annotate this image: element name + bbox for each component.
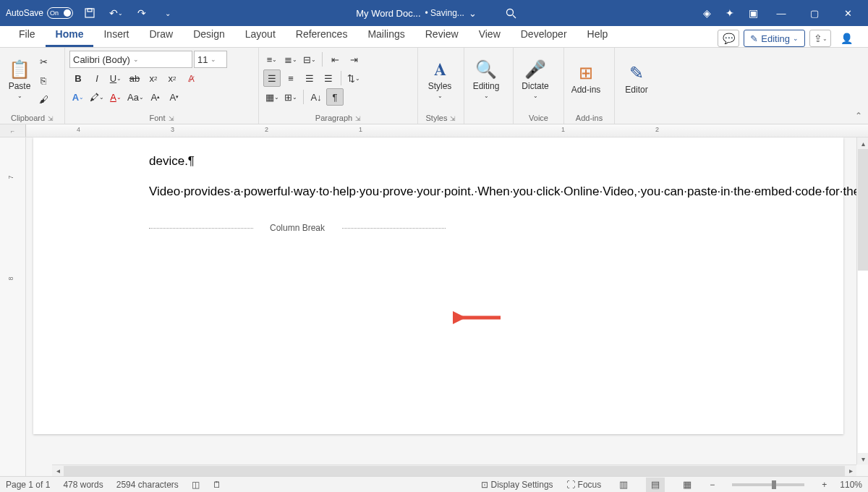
mode-editing-button[interactable]: ✎Editing⌄ [744,30,805,47]
scroll-left-icon[interactable]: ◂ [52,465,64,477]
show-paragraph-marks-icon[interactable]: ¶ [326,88,344,106]
align-left-icon[interactable]: ☰ [263,69,281,87]
close-button[interactable]: ✕ [833,0,862,26]
scroll-right-icon[interactable]: ▸ [845,465,856,477]
spellcheck-icon[interactable]: ◫ [192,480,200,490]
justify-icon[interactable]: ☰ [320,69,337,87]
copy-icon[interactable]: ⎘ [35,72,52,89]
tab-help[interactable]: Help [577,24,618,47]
tab-references[interactable]: References [286,24,358,47]
font-color-icon[interactable]: A⌄ [107,88,124,106]
zoom-level[interactable]: 110% [840,480,862,490]
addins-button[interactable]: ⊞Add-ins [569,50,603,108]
paste-button[interactable]: 📋Paste⌄ [4,50,35,108]
document-area[interactable]: device.¶ Video·provides·a·powerful·way·t… [26,137,868,476]
redo-icon[interactable]: ↷ [132,4,151,22]
focus-button[interactable]: ⛶ Focus [566,480,602,490]
borders-icon[interactable]: ⊞⌄ [282,88,299,106]
document-paragraph[interactable]: Video·provides·a·powerful·way·to·help·yo… [149,182,446,201]
sort-icon[interactable]: A↓ [307,88,325,106]
tab-home[interactable]: Home [46,24,94,47]
subscript-button[interactable]: x2 [145,69,162,87]
tab-review[interactable]: Review [415,24,469,47]
tab-layout[interactable]: Layout [235,24,286,47]
tab-developer[interactable]: Developer [511,24,577,47]
styles-button[interactable]: 𝐀Styles⌄ [422,50,457,108]
scroll-up-icon[interactable]: ▴ [857,137,868,149]
cut-icon[interactable]: ✂ [35,53,52,70]
accessibility-icon[interactable]: 🗒 [213,480,221,490]
coming-soon-icon[interactable]: ✦ [720,4,739,22]
char-count-status[interactable]: 2594 characters [116,480,179,490]
multilevel-list-icon[interactable]: ⊟⌄ [301,51,318,68]
web-layout-icon[interactable]: ▦ [678,478,697,492]
horizontal-scrollbar[interactable]: ◂ ▸ [52,465,856,476]
format-painter-icon[interactable]: 🖌 [35,90,52,108]
display-settings-button[interactable]: ⊡ Display Settings [481,480,553,490]
print-layout-icon[interactable]: ▤ [646,478,665,492]
tab-view[interactable]: View [469,24,511,47]
share-button[interactable]: ⇪⌄ [809,30,831,47]
title-dropdown-icon[interactable]: ⌄ [469,8,477,19]
font-size-combo[interactable]: 11⌄ [194,51,227,68]
underline-button[interactable]: U⌄ [107,69,124,87]
horizontal-ruler[interactable]: ⌐ 4 3 2 1 1 2 [0,124,868,137]
bold-button[interactable]: B [69,69,87,87]
save-icon[interactable] [80,4,99,22]
vertical-scrollbar[interactable]: ▴ ▾ [856,137,868,465]
grow-font-icon[interactable]: A▴ [147,88,164,106]
vertical-ruler[interactable]: 7 8 [0,137,26,476]
column-break-indicator: Column Break [149,223,446,233]
read-mode-icon[interactable]: ▥ [614,478,633,492]
document-paragraph[interactable]: device.¶ [149,152,446,171]
zoom-in-button[interactable]: + [822,480,827,490]
text-effects-icon[interactable]: A⌄ [69,88,87,106]
zoom-out-button[interactable]: − [710,480,715,490]
page-number-status[interactable]: Page 1 of 1 [6,480,50,490]
mode-editing-label: Editing [761,33,790,44]
decrease-indent-icon[interactable]: ⇤ [326,51,344,68]
shrink-font-icon[interactable]: A▾ [166,88,183,106]
document-page[interactable]: device.¶ Video·provides·a·powerful·way·t… [33,137,843,434]
bullets-icon[interactable]: ≡⌄ [263,51,281,68]
minimize-button[interactable]: — [767,0,796,26]
shading-icon[interactable]: ▦⌄ [263,88,281,106]
clipboard-dialog-icon[interactable]: ⇲ [48,115,54,122]
change-case-icon[interactable]: Aa⌄ [126,88,145,106]
tab-insert[interactable]: Insert [93,24,139,47]
paragraph-dialog-icon[interactable]: ⇲ [355,115,361,122]
comments-icon[interactable]: 💬 [718,30,739,47]
scroll-down-icon[interactable]: ▾ [857,453,868,465]
italic-button[interactable]: I [88,69,106,87]
align-center-icon[interactable]: ≡ [282,69,299,87]
editing-button[interactable]: 🔍Editing⌄ [469,50,503,108]
search-icon[interactable] [503,5,519,21]
dictate-button[interactable]: 🎤Dictate⌄ [518,50,553,108]
numbering-icon[interactable]: ≣⌄ [282,51,299,68]
styles-dialog-icon[interactable]: ⇲ [450,115,456,122]
collapse-ribbon-icon[interactable]: ⌃ [855,111,862,121]
font-family-combo[interactable]: Calibri (Body)⌄ [69,51,192,68]
editor-button[interactable]: ✎Editor [619,50,654,108]
tab-draw[interactable]: Draw [139,24,183,47]
align-right-icon[interactable]: ☰ [301,69,318,87]
account-icon[interactable]: 👤 [835,30,857,47]
tab-file[interactable]: File [9,24,46,47]
tab-design[interactable]: Design [183,24,235,47]
qat-dropdown-icon[interactable]: ⌄ [158,4,177,22]
tab-mailings[interactable]: Mailings [357,24,414,47]
font-dialog-icon[interactable]: ⇲ [169,115,174,122]
superscript-button[interactable]: x2 [163,69,181,87]
zoom-slider[interactable] [732,483,804,486]
premium-icon[interactable]: ◈ [697,4,716,22]
word-count-status[interactable]: 478 words [63,480,103,490]
line-spacing-icon[interactable]: ⇅⌄ [345,69,362,87]
highlight-color-icon[interactable]: 🖍⌄ [88,88,106,106]
autosave-toggle[interactable]: AutoSave On [6,7,73,19]
clear-formatting-icon[interactable]: A̷ [182,69,200,87]
strikethrough-button[interactable]: ab [126,69,143,87]
undo-icon[interactable]: ↶⌄ [106,4,125,22]
increase-indent-icon[interactable]: ⇥ [345,51,362,68]
maximize-button[interactable]: ▢ [800,0,829,26]
ribbon-mode-icon[interactable]: ▣ [744,4,762,22]
